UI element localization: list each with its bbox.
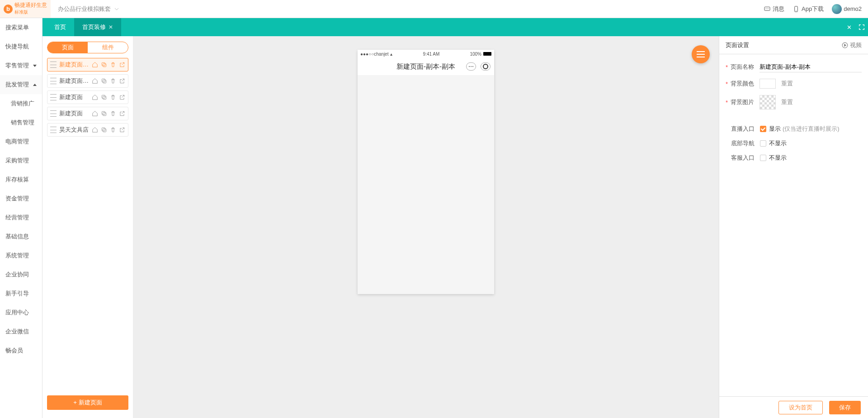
page-row[interactable]: 新建页面 — [47, 107, 128, 120]
segment-page[interactable]: 页面 — [47, 42, 88, 53]
nav-inventory[interactable]: 库存核算 — [0, 170, 42, 189]
video-help-button[interactable]: 视频 — [842, 41, 862, 49]
home-icon[interactable] — [92, 110, 98, 117]
new-page-button[interactable]: + 新建页面 — [47, 395, 128, 410]
nav-wholesale[interactable]: 批发管理 — [0, 75, 42, 94]
tab-page-decoration[interactable]: 首页装修 ✕ — [74, 18, 121, 36]
settings-title: 页面设置 — [726, 41, 749, 49]
page-row-name: 新建页面 — [59, 93, 89, 101]
phone-statusbar: ●●●○○ chanjet ▴ 9:41 AM 100% — [358, 50, 494, 58]
pages-panel: 页面 组件 新建页面-副本-... 新建页面-副本 — [42, 36, 133, 418]
live-entry-checkbox[interactable] — [760, 126, 766, 132]
nav-operations[interactable]: 经营管理 — [0, 208, 42, 227]
canvas[interactable]: ●●●○○ chanjet ▴ 9:41 AM 100% 新建页面-副本-副本 — [133, 36, 719, 418]
delete-icon[interactable] — [110, 62, 116, 68]
bottom-nav-row: 底部导航 不显示 — [726, 139, 862, 147]
nav-ecommerce[interactable]: 电商管理 — [0, 132, 42, 151]
nav-wechatwork[interactable]: 企业微信 — [0, 322, 42, 341]
brand-edition: 标准版 — [14, 8, 47, 15]
delete-icon[interactable] — [110, 127, 116, 133]
close-icon[interactable]: ✕ — [108, 24, 113, 30]
brand-block[interactable]: b 畅捷通好生意 标准版 — [0, 0, 51, 18]
svg-rect-3 — [102, 62, 105, 66]
copy-icon[interactable] — [101, 110, 107, 117]
share-icon[interactable] — [119, 62, 125, 68]
pages-segment: 页面 组件 — [47, 42, 128, 53]
drag-handle-icon[interactable] — [50, 62, 57, 68]
nav-search[interactable]: 搜索菜单 — [0, 18, 42, 37]
home-icon[interactable] — [92, 94, 98, 100]
drag-handle-icon[interactable] — [50, 127, 57, 133]
home-icon[interactable] — [92, 62, 98, 68]
nav-guide[interactable]: 新手引导 — [0, 284, 42, 303]
avatar — [832, 4, 842, 14]
tab-home[interactable]: 首页 — [46, 18, 74, 36]
miniapp-menu-icon[interactable] — [466, 62, 476, 71]
service-entry-checkbox[interactable] — [760, 155, 766, 161]
share-icon[interactable] — [119, 110, 125, 117]
copy-icon[interactable] — [101, 127, 107, 133]
app-download-button[interactable]: App下载 — [793, 5, 824, 13]
user-menu[interactable]: demo2 — [832, 4, 862, 14]
bg-color-swatch[interactable] — [760, 79, 776, 89]
message-icon — [764, 5, 771, 13]
settings-footer: 设为首页 保存 — [719, 396, 868, 418]
delete-icon[interactable] — [110, 78, 116, 84]
page-row-name: 新建页面-副本-... — [59, 61, 89, 69]
nav-marketing[interactable]: 营销推广 — [0, 94, 42, 113]
set-home-button[interactable]: 设为首页 — [778, 401, 823, 414]
miniapp-close-icon[interactable] — [481, 62, 491, 71]
page-row[interactable]: 新建页面-副本 — [47, 74, 128, 88]
home-icon[interactable] — [92, 78, 98, 84]
page-row[interactable]: 昊天文具店 — [47, 123, 128, 137]
svg-rect-5 — [102, 79, 105, 82]
page-list: 新建页面-副本-... 新建页面-副本 — [47, 58, 128, 389]
delete-icon[interactable] — [110, 110, 116, 117]
nav-purchase[interactable]: 采购管理 — [0, 151, 42, 170]
copy-icon[interactable] — [101, 62, 107, 68]
nav-collab[interactable]: 企业协同 — [0, 265, 42, 284]
nav-basic[interactable]: 基础信息 — [0, 227, 42, 246]
live-entry-note: (仅当进行直播时展示) — [783, 125, 840, 133]
nav-system[interactable]: 系统管理 — [0, 246, 42, 265]
drag-handle-icon[interactable] — [50, 110, 57, 117]
save-button[interactable]: 保存 — [829, 401, 861, 414]
bg-image-reset[interactable]: 重置 — [781, 98, 793, 106]
account-set-name: 办公品行业模拟账套 — [58, 5, 111, 13]
copy-icon[interactable] — [101, 78, 107, 84]
canvas-menu-button[interactable] — [692, 45, 710, 63]
share-icon[interactable] — [119, 127, 125, 133]
share-icon[interactable] — [119, 94, 125, 100]
bg-image-swatch[interactable] — [760, 95, 776, 109]
page-name-label: 页面名称 — [731, 63, 760, 71]
nav-funds[interactable]: 资金管理 — [0, 189, 42, 208]
nav-sales[interactable]: 销售管理 — [0, 113, 42, 132]
page-row[interactable]: 新建页面 — [47, 90, 128, 104]
nav-member[interactable]: 畅会员 — [0, 341, 42, 360]
live-entry-text: 显示 — [769, 125, 781, 133]
nav-quick[interactable]: 快捷导航 — [0, 37, 42, 56]
account-set-selector[interactable]: 办公品行业模拟账套 — [58, 5, 119, 13]
share-icon[interactable] — [119, 78, 125, 84]
messages-button[interactable]: 消息 — [764, 5, 784, 13]
svg-rect-4 — [103, 80, 106, 83]
bottom-nav-checkbox[interactable] — [760, 140, 766, 147]
delete-icon[interactable] — [110, 94, 116, 100]
nav-retail[interactable]: 零售管理 — [0, 56, 42, 75]
drag-handle-icon[interactable] — [50, 78, 57, 84]
bg-color-reset[interactable]: 重置 — [781, 80, 793, 88]
svg-rect-6 — [103, 96, 106, 100]
page-name-input[interactable] — [760, 62, 862, 72]
nav-apps[interactable]: 应用中心 — [0, 303, 42, 322]
bg-image-row: * 背景图片 重置 — [726, 95, 862, 109]
drag-handle-icon[interactable] — [50, 94, 57, 100]
tabbar-fullscreen-button[interactable] — [855, 21, 868, 33]
tabbar-close-button[interactable]: ✕ — [843, 21, 855, 33]
messages-label: 消息 — [773, 5, 784, 13]
segment-component[interactable]: 组件 — [88, 42, 128, 53]
home-icon[interactable] — [92, 127, 98, 133]
page-row[interactable]: 新建页面-副本-... — [47, 58, 128, 71]
phone-preview[interactable]: ●●●○○ chanjet ▴ 9:41 AM 100% 新建页面-副本-副本 — [358, 50, 494, 294]
svg-rect-2 — [103, 64, 106, 67]
copy-icon[interactable] — [101, 94, 107, 100]
